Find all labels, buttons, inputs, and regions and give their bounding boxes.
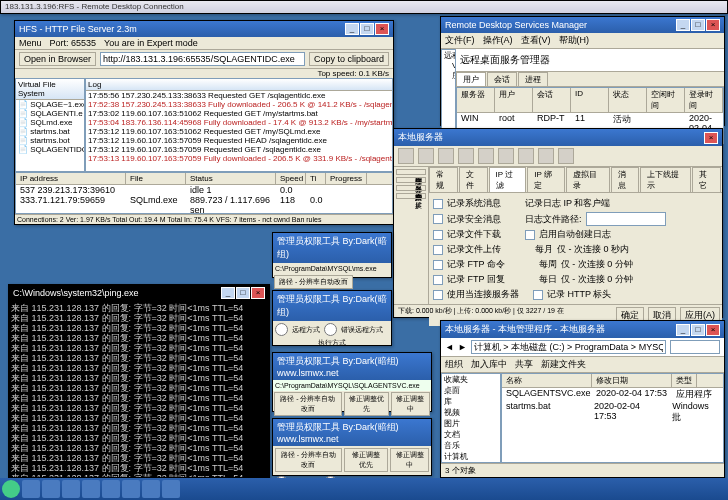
close-icon[interactable]: × (706, 324, 720, 336)
toolbar-icon[interactable] (438, 148, 454, 164)
min-icon[interactable]: _ (345, 23, 359, 35)
tab[interactable]: 文件 (459, 167, 488, 192)
task-app5-icon[interactable] (142, 480, 160, 498)
logpath-input[interactable] (586, 212, 666, 226)
col[interactable]: 用户 (495, 88, 533, 112)
vfs-item[interactable]: 📄 startms.bot (16, 136, 84, 145)
task-explorer-icon[interactable] (42, 480, 60, 498)
tool-titlebar[interactable]: 管理员权限工具 By:Dark(暗组) www.lsmwx.net (273, 419, 431, 446)
tab[interactable]: IP 绑定 (527, 167, 565, 192)
tab-sessions[interactable]: 会话 (487, 72, 517, 86)
checkbox-dld[interactable] (433, 230, 443, 240)
cmd-titlebar[interactable]: C:\Windows\system32\ping.exe_□× (9, 285, 269, 301)
col-speed[interactable]: Speed (276, 173, 306, 184)
sidebar-item[interactable]: 收藏夹 (442, 374, 500, 385)
menu-help[interactable]: 帮助(H) (559, 34, 590, 47)
rdsm-titlebar[interactable]: Remote Desktop Services Manager_□× (441, 17, 724, 33)
copy-clipboard-button[interactable]: Copy to clipboard (309, 52, 389, 66)
toolbar-icon[interactable] (498, 148, 514, 164)
task-app3-icon[interactable] (102, 480, 120, 498)
max-icon[interactable]: □ (360, 23, 374, 35)
col-ip[interactable]: IP address (16, 173, 126, 184)
tool-titlebar[interactable]: 管理员权限工具 By:Dark(暗组) www.lsmwx.net (273, 353, 431, 380)
tool-btn-g[interactable]: 修正调整中 (390, 448, 429, 472)
file-row[interactable]: SQLAGENTSVC.exe2020-02-04 17:53应用程序 (502, 388, 723, 401)
sidebar-item[interactable]: 桌面 (442, 385, 500, 396)
close-icon[interactable]: × (704, 132, 718, 144)
max-icon[interactable]: □ (691, 324, 705, 336)
vfs-item[interactable]: 📄 startms.bat (16, 127, 84, 136)
sidebar-item[interactable]: 文档 (442, 429, 500, 440)
col[interactable]: 服务器 (457, 88, 495, 112)
menu-file[interactable]: 文件(F) (445, 34, 475, 47)
col[interactable]: 会话 (533, 88, 571, 112)
checkbox-sys[interactable] (433, 199, 443, 209)
task-app6-icon[interactable] (162, 480, 180, 498)
search-input[interactable] (670, 340, 720, 354)
tab-users[interactable]: 用户 (456, 72, 486, 86)
tool-btn-f[interactable]: 修正调整优先 (344, 448, 388, 472)
lefttab[interactable]: 用户账户共享 (396, 185, 426, 191)
tool-btn-c[interactable]: 修正调整中 (391, 392, 430, 416)
sidebar-item[interactable]: 图片 (442, 418, 500, 429)
checkbox-rpl[interactable] (433, 275, 443, 285)
min-icon[interactable]: _ (676, 19, 690, 31)
max-icon[interactable]: □ (236, 287, 250, 299)
tab[interactable]: IP 过滤 (489, 167, 527, 192)
min-icon[interactable]: _ (676, 324, 690, 336)
vfs-item[interactable]: 📄 SQLAGENTI.e (16, 109, 84, 118)
col-status[interactable]: Status (186, 173, 276, 184)
col[interactable]: 登录时间 (685, 88, 723, 112)
min-icon[interactable]: _ (221, 287, 235, 299)
menu-share[interactable]: 共享 (515, 358, 533, 371)
toolbar-icon[interactable] (478, 148, 494, 164)
menu-lib[interactable]: 加入库中 (471, 358, 507, 371)
vfs-item[interactable]: 📄 SQLAGE~1.exe (16, 100, 84, 109)
tool-btn-e[interactable]: 路径 - 分辨率自动改而 (275, 448, 342, 472)
radio-opt1[interactable] (275, 323, 288, 336)
cmd-output[interactable]: 来自 115.231.128.137 的回复: 字节=32 时间<1ms TTL… (9, 301, 269, 477)
menu-view[interactable]: 查看(V) (521, 34, 551, 47)
close-icon[interactable]: × (375, 23, 389, 35)
task-app4-icon[interactable] (122, 480, 140, 498)
sidebar-item[interactable]: 视频 (442, 407, 500, 418)
toolbar-icon[interactable] (538, 148, 554, 164)
checkbox-upl[interactable] (433, 245, 443, 255)
max-icon[interactable]: □ (691, 19, 705, 31)
menu-item[interactable]: Menu (19, 38, 42, 48)
sidebar-item[interactable]: 库 (442, 396, 500, 407)
explorer-sidebar[interactable]: 收藏夹桌面库视频图片文档音乐计算机网络 (441, 373, 501, 463)
vfs-item[interactable]: 📄 SQLmd.exe (16, 118, 84, 127)
task-ie-icon[interactable] (22, 480, 40, 498)
tab[interactable]: 常规 (429, 167, 458, 192)
lefttab[interactable]: 管理程序 (396, 169, 426, 175)
task-app1-icon[interactable] (62, 480, 80, 498)
tab[interactable]: 上下线提示 (640, 167, 691, 192)
col[interactable]: 空闲时间 (647, 88, 685, 112)
localsvr-titlebar[interactable]: 本地服务器× (394, 129, 722, 146)
task-app2-icon[interactable] (82, 480, 100, 498)
toolbar-icon[interactable] (558, 148, 574, 164)
file-row[interactable]: startms.bat2020-02-04 17:53Windows 批 (502, 401, 723, 424)
menu-port[interactable]: Port: 65535 (50, 38, 97, 48)
close-icon[interactable]: × (251, 287, 265, 299)
vfs-item[interactable]: 📄 SQLAGENTIDC.e (16, 145, 84, 154)
tool-btn1[interactable]: 路径 - 分辨率自动改而 (274, 275, 353, 289)
nav-fwd-icon[interactable]: ► (458, 342, 467, 352)
menu-action[interactable]: 操作(A) (483, 34, 513, 47)
tool-titlebar[interactable]: 管理员权限工具 By:Dark(暗组) (273, 291, 391, 321)
tool-btn-b[interactable]: 修正调整优先 (344, 392, 389, 416)
start-button[interactable] (2, 480, 20, 498)
lefttab[interactable]: 服务器 (396, 177, 426, 183)
checkbox-use[interactable] (433, 290, 443, 300)
radio-opt2[interactable] (324, 323, 337, 336)
open-browser-button[interactable]: Open in Browser (19, 52, 96, 66)
lefttab[interactable]: 扩展 (396, 193, 426, 199)
toolbar-icon[interactable] (398, 148, 414, 164)
sidebar-item[interactable]: 计算机 (442, 451, 500, 462)
toolbar-icon[interactable] (418, 148, 434, 164)
tab-processes[interactable]: 进程 (518, 72, 548, 86)
col-ti[interactable]: Ti (306, 173, 326, 184)
tool-btn-a[interactable]: 路径 - 分辨率自动改而 (274, 392, 342, 416)
nav-back-icon[interactable]: ◄ (445, 342, 454, 352)
